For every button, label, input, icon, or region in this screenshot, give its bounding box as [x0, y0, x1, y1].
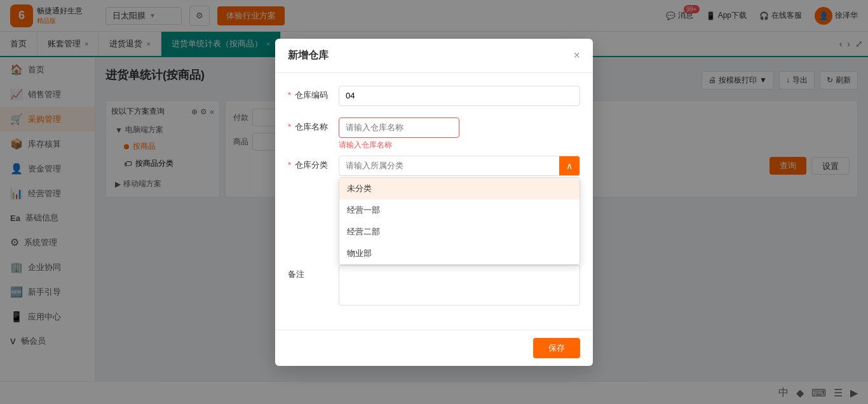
modal-add-warehouse: 新增仓库 × * 仓库编码 * 仓库名称 请输入仓库名称 — [275, 39, 593, 366]
classify-wrapper: ∧ 未分类 经营一部 经营二部 物业部 — [339, 156, 580, 176]
name-error-msg: 请输入仓库名称 — [339, 140, 392, 151]
remark-label: 备注 — [288, 265, 339, 280]
code-label: * 仓库编码 — [288, 86, 339, 101]
dropdown-item-dept1[interactable]: 经营一部 — [339, 199, 580, 221]
form-row-code: * 仓库编码 — [288, 86, 580, 106]
modal-body: * 仓库编码 * 仓库名称 请输入仓库名称 * — [275, 73, 593, 330]
modal-close-btn[interactable]: × — [573, 49, 580, 62]
classify-required-star: * — [288, 160, 291, 170]
dropdown-item-dept2[interactable]: 经营二部 — [339, 221, 580, 243]
name-input[interactable] — [339, 118, 459, 138]
name-label: * 仓库名称 — [288, 118, 339, 133]
remark-textarea[interactable] — [339, 265, 580, 306]
form-row-name: * 仓库名称 请输入仓库名称 — [288, 118, 580, 138]
classify-dropdown: 未分类 经营一部 经营二部 物业部 — [339, 177, 580, 265]
classify-label: * 仓库分类 — [288, 156, 339, 171]
dropdown-item-none[interactable]: 未分类 — [339, 178, 580, 199]
code-input[interactable] — [339, 86, 580, 106]
modal-footer: 保存 — [275, 330, 593, 366]
modal-title: 新增仓库 — [288, 49, 329, 62]
classify-input-row: ∧ — [339, 156, 580, 176]
classify-input[interactable] — [339, 157, 559, 174]
modal-overlay: 新增仓库 × * 仓库编码 * 仓库名称 请输入仓库名称 — [0, 0, 868, 404]
modal-save-btn[interactable]: 保存 — [533, 338, 580, 358]
modal-header: 新增仓库 × — [275, 39, 593, 73]
name-required-star: * — [288, 122, 291, 131]
form-row-remark: 备注 — [288, 265, 580, 306]
dropdown-item-dept3[interactable]: 物业部 — [339, 243, 580, 264]
classify-toggle-btn[interactable]: ∧ — [559, 156, 580, 175]
code-required-star: * — [288, 90, 291, 100]
form-row-classify: * 仓库分类 ∧ 未分类 经营一部 经营二部 物业部 — [288, 156, 580, 176]
